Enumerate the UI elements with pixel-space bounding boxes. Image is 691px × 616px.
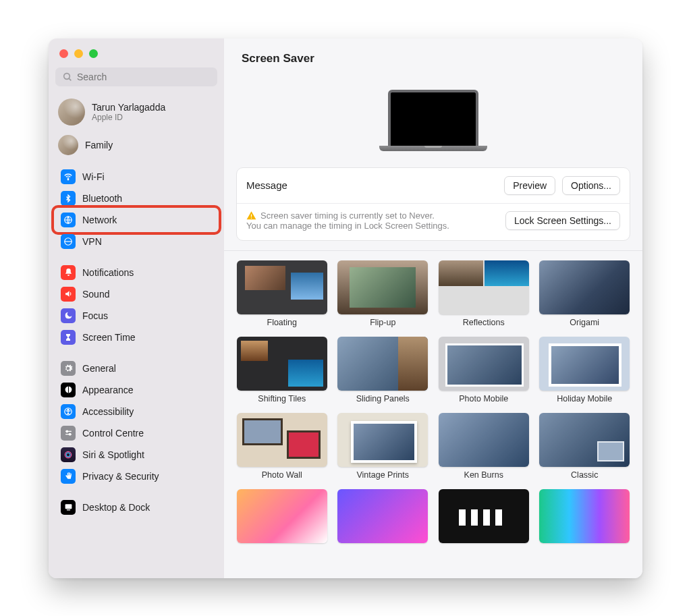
gear-icon	[61, 361, 76, 376]
user-name: Tarun Yarlagadda	[92, 102, 165, 113]
settings-window: Tarun Yarlagadda Apple ID Family Wi-Fi B…	[49, 38, 642, 578]
sidebar-item-bluetooth[interactable]: Bluetooth	[55, 188, 217, 209]
speaker-icon	[61, 287, 76, 302]
dock-icon	[61, 500, 76, 515]
sidebar-item-appearance[interactable]: Appearance	[55, 379, 217, 401]
svg-point-0	[64, 73, 70, 79]
bluetooth-icon	[61, 191, 76, 206]
sidebar-item-wifi[interactable]: Wi-Fi	[55, 166, 217, 188]
sidebar-label: Privacy & Security	[82, 471, 159, 482]
warning-icon	[246, 211, 256, 221]
sidebar-label: General	[82, 363, 116, 374]
laptop-graphic	[383, 90, 484, 151]
minimize-window-button[interactable]	[74, 49, 83, 58]
message-label: Message	[246, 179, 497, 191]
sidebar-item-focus[interactable]: Focus	[55, 305, 217, 327]
sidebar-item-appleid[interactable]: Tarun Yarlagadda Apple ID	[55, 94, 217, 132]
saver-extra-2[interactable]	[337, 489, 429, 543]
svg-point-7	[67, 409, 69, 410]
screensaver-grid: Floating Flip-up Reflections Origami Shi…	[224, 260, 642, 543]
sidebar-item-family[interactable]: Family	[55, 132, 217, 163]
saver-holiday-mobile[interactable]: Holiday Mobile	[539, 337, 631, 408]
sidebar-item-notifications[interactable]: Notifications	[55, 262, 217, 283]
preview-button[interactable]: Preview	[504, 176, 555, 195]
svg-point-11	[69, 433, 70, 435]
family-label: Family	[85, 140, 113, 150]
sidebar-label: Desktop & Dock	[82, 502, 150, 513]
sidebar-item-network[interactable]: Network	[55, 209, 217, 231]
sidebar-label: Accessibility	[82, 406, 134, 417]
hourglass-icon	[61, 330, 76, 345]
saver-origami[interactable]: Origami	[539, 260, 631, 331]
saver-photo-wall[interactable]: Photo Wall	[236, 413, 328, 484]
sidebar-item-controlcentre[interactable]: Control Centre	[55, 422, 217, 444]
saver-floating[interactable]: Floating	[236, 260, 328, 331]
saver-ken-burns[interactable]: Ken Burns	[438, 413, 530, 484]
divider	[224, 250, 642, 251]
sidebar-item-general[interactable]: General	[55, 358, 217, 379]
svg-rect-17	[251, 217, 252, 218]
sidebar-label: Appearance	[82, 385, 134, 395]
family-avatar-icon	[58, 135, 78, 155]
user-sub: Apple ID	[92, 113, 165, 122]
saver-vintage-prints[interactable]: Vintage Prints	[337, 413, 429, 484]
sidebar-item-siri[interactable]: Siri & Spotlight	[55, 444, 217, 466]
sidebar-label: Notifications	[82, 267, 134, 278]
saver-flipup[interactable]: Flip-up	[337, 260, 429, 331]
page-title: Screen Saver	[242, 52, 625, 65]
sidebar-label: Sound	[82, 289, 109, 300]
sidebar-label: VPN	[82, 236, 102, 247]
svg-rect-16	[251, 214, 252, 217]
search-input[interactable]	[77, 72, 211, 82]
sidebar-item-screentime[interactable]: Screen Time	[55, 327, 217, 348]
svg-rect-15	[66, 509, 70, 510]
warning-text: Screen saver timing is currently set to …	[246, 211, 499, 231]
saver-photo-mobile[interactable]: Photo Mobile	[438, 337, 530, 408]
maximize-window-button[interactable]	[89, 49, 98, 58]
sidebar-item-sound[interactable]: Sound	[55, 283, 217, 305]
siri-icon	[61, 447, 76, 462]
saver-classic[interactable]: Classic	[539, 413, 631, 484]
svg-point-13	[66, 453, 70, 457]
sliders-icon	[61, 426, 76, 441]
saver-extra-1[interactable]	[236, 489, 328, 543]
screensaver-preview	[224, 69, 642, 167]
saver-shifting-tiles[interactable]: Shifting Tiles	[236, 337, 328, 408]
saver-sliding-panels[interactable]: Sliding Panels	[337, 337, 429, 408]
wifi-icon	[61, 169, 76, 184]
sidebar-label: Bluetooth	[82, 193, 122, 204]
saver-reflections[interactable]: Reflections	[438, 260, 530, 331]
lock-screen-settings-button[interactable]: Lock Screen Settings...	[505, 211, 620, 230]
search-field-wrap[interactable]	[55, 67, 217, 86]
sidebar-item-vpn[interactable]: VPN	[55, 231, 217, 252]
globe-icon	[61, 213, 76, 227]
sidebar-label: Focus	[82, 310, 108, 321]
sidebar: Tarun Yarlagadda Apple ID Family Wi-Fi B…	[49, 38, 224, 578]
saver-extra-3[interactable]	[438, 489, 530, 543]
search-icon	[62, 72, 73, 82]
sidebar-item-accessibility[interactable]: Accessibility	[55, 401, 217, 422]
sidebar-item-dock[interactable]: Desktop & Dock	[55, 497, 217, 518]
svg-rect-14	[65, 504, 72, 509]
svg-point-2	[67, 179, 68, 179]
sidebar-label: Siri & Spotlight	[82, 449, 144, 460]
svg-point-9	[66, 430, 67, 432]
sidebar-label: Control Centre	[82, 428, 144, 439]
accessibility-icon	[61, 404, 76, 419]
hand-icon	[61, 469, 76, 484]
message-panel: Message Preview Options... Screen saver …	[236, 167, 630, 241]
window-controls	[55, 47, 217, 67]
options-button[interactable]: Options...	[562, 176, 620, 195]
saver-extra-4[interactable]	[539, 489, 631, 543]
sidebar-item-privacy[interactable]: Privacy & Security	[55, 466, 217, 487]
bell-icon	[61, 265, 76, 280]
sidebar-label: Screen Time	[82, 332, 136, 343]
vpn-icon	[61, 234, 76, 249]
main-content: Screen Saver Message Preview Options... …	[224, 38, 642, 578]
close-window-button[interactable]	[59, 49, 68, 58]
appearance-icon	[61, 383, 76, 397]
moon-icon	[61, 308, 76, 323]
avatar	[58, 99, 85, 125]
svg-line-1	[69, 78, 71, 80]
sidebar-label: Network	[82, 215, 117, 225]
